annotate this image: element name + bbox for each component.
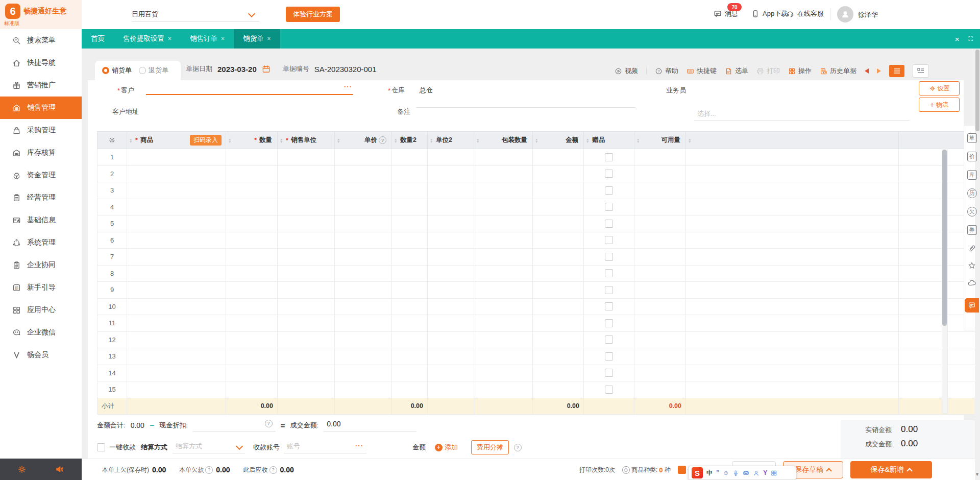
cell-packqty[interactable]: [474, 315, 533, 332]
customer-input[interactable]: ···: [146, 82, 353, 95]
sidebar-item-system[interactable]: 系统管理: [0, 231, 82, 254]
cell-amount[interactable]: [533, 348, 584, 365]
tab-销售订单[interactable]: 销售订单×: [181, 29, 234, 49]
sidebar-item-collab[interactable]: 企业协同: [0, 254, 82, 276]
cell-qty2[interactable]: [392, 348, 428, 365]
cell-qty2[interactable]: [392, 215, 428, 232]
cell-filler[interactable]: [686, 265, 899, 282]
sidebar-item-store[interactable]: 销售管理: [0, 97, 82, 119]
cell-price[interactable]: [335, 215, 392, 232]
col-header-price[interactable]: ▲▼单价?: [335, 132, 392, 149]
gift-checkbox[interactable]: [605, 269, 613, 277]
cell-cost[interactable]: [899, 365, 980, 381]
settings-button[interactable]: 设置: [919, 81, 960, 95]
cell-packqty[interactable]: [474, 331, 533, 348]
sidebar-item-warehouse[interactable]: 库存核算: [0, 141, 82, 164]
sidebar-item-wechat[interactable]: 企业微信: [0, 321, 82, 344]
cell-qty[interactable]: [226, 282, 278, 299]
cell-qty2[interactable]: [392, 149, 428, 166]
cell-avail[interactable]: [634, 215, 686, 232]
cell-unit[interactable]: [278, 232, 335, 249]
date-value[interactable]: 2023-03-20: [217, 65, 257, 74]
cell-unit[interactable]: [278, 381, 335, 398]
cell-unit[interactable]: [278, 265, 335, 282]
help-icon[interactable]: ?: [205, 466, 213, 474]
cell-amount[interactable]: [533, 282, 584, 299]
price-track-checkbox[interactable]: [678, 466, 686, 474]
cell-filler[interactable]: [686, 282, 899, 299]
sidebar-item-member[interactable]: 畅会员: [0, 344, 82, 366]
toolbar-video-button[interactable]: 视频: [615, 66, 638, 76]
cell-unit2[interactable]: [428, 232, 474, 249]
add-payment-button[interactable]: + 添加: [435, 443, 458, 452]
cell-unit2[interactable]: [428, 265, 474, 282]
gift-checkbox[interactable]: [605, 302, 613, 310]
cell-amount[interactable]: [533, 199, 584, 215]
cell-packqty[interactable]: [474, 215, 533, 232]
cell-price[interactable]: [335, 149, 392, 166]
cell-avail[interactable]: [634, 182, 686, 199]
rail-service-icon[interactable]: [965, 298, 979, 313]
cell-qty2[interactable]: [392, 365, 428, 381]
cell-amount[interactable]: [533, 149, 584, 166]
tab-售价提取设置[interactable]: 售价提取设置×: [114, 29, 181, 49]
cash-discount-input[interactable]: ?: [193, 420, 276, 431]
ime-toolbar[interactable]: S 中 ” ☺ Y: [688, 466, 796, 480]
table-scrollbar-thumb[interactable]: [942, 150, 947, 326]
cell-unit[interactable]: [278, 249, 335, 266]
sort-caret-icon[interactable]: ▲▼: [636, 138, 640, 143]
rail-debt-icon[interactable]: 欠: [967, 206, 977, 217]
rail-cloud-icon[interactable]: [967, 278, 977, 288]
cell-avail[interactable]: [634, 298, 686, 315]
cell-qty[interactable]: [226, 165, 278, 182]
toolbar-grid88-button[interactable]: 操作: [788, 66, 812, 76]
cell-filler[interactable]: [686, 315, 899, 332]
app-download-button[interactable]: App下载: [751, 9, 788, 18]
account-select[interactable]: 账号 ···: [284, 442, 366, 453]
cell-product[interactable]: [127, 298, 226, 315]
cell-product[interactable]: [127, 348, 226, 365]
more-icon[interactable]: ···: [355, 442, 363, 449]
ime-quote-icon[interactable]: ”: [716, 469, 719, 476]
cell-price[interactable]: [335, 249, 392, 266]
col-header-product[interactable]: ▲▼*商品扫码录入: [127, 132, 226, 149]
gift-checkbox[interactable]: [605, 319, 613, 327]
cell-unit[interactable]: [278, 215, 335, 232]
cell-qty2[interactable]: [392, 381, 428, 398]
store-select[interactable]: 日用百货: [132, 7, 259, 22]
ime-lang-toggle[interactable]: 中: [706, 469, 713, 477]
sidebar-item-newbie[interactable]: 新新手引导: [0, 276, 82, 299]
list-view-toggle[interactable]: [889, 65, 904, 77]
cell-price[interactable]: [335, 348, 392, 365]
page-scrollbar-thumb[interactable]: [975, 50, 979, 131]
cell-unit[interactable]: [278, 182, 335, 199]
toolbar-history-button[interactable]: 历史单据: [820, 66, 856, 76]
cell-cost[interactable]: [899, 348, 980, 365]
close-icon[interactable]: ×: [168, 35, 172, 42]
cell-packqty[interactable]: [474, 165, 533, 182]
cell-qty[interactable]: [226, 348, 278, 365]
cell-qty[interactable]: [226, 298, 278, 315]
cell-avail[interactable]: [634, 149, 686, 166]
fullscreen-icon[interactable]: ⛶: [969, 35, 973, 42]
sidebar-item-home[interactable]: 快捷导航: [0, 52, 82, 74]
cell-unit2[interactable]: [428, 315, 474, 332]
sidebar-item-clipboard[interactable]: 经营管理: [0, 186, 82, 209]
cell-qty[interactable]: [226, 365, 278, 381]
ime-mic-icon[interactable]: [732, 470, 739, 476]
cell-avail[interactable]: [634, 232, 686, 249]
rail-favorite-icon[interactable]: [967, 260, 977, 271]
cell-price[interactable]: [335, 315, 392, 332]
cell-filler[interactable]: [686, 199, 899, 215]
cell-qty2[interactable]: [392, 199, 428, 215]
toolbar-help-button[interactable]: ?帮助: [655, 66, 678, 76]
cell-filler[interactable]: [686, 182, 899, 199]
cell-qty[interactable]: [226, 215, 278, 232]
cell-product[interactable]: [127, 232, 226, 249]
toolbar-print-button[interactable]: 打印: [756, 66, 780, 76]
cell-packqty[interactable]: [474, 149, 533, 166]
cell-amount[interactable]: [533, 265, 584, 282]
cell-unit[interactable]: [278, 282, 335, 299]
col-header-qty[interactable]: ▲▼*数量: [226, 132, 278, 149]
cell-price[interactable]: [335, 182, 392, 199]
